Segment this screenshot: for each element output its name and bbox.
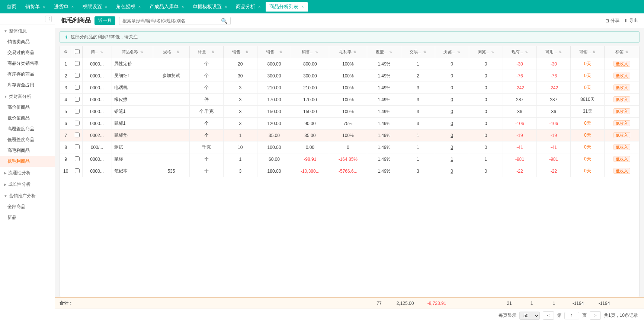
sidebar-group-growth[interactable]: ▶ 成长性分析: [0, 178, 55, 190]
sort-name-icon[interactable]: ⇅: [140, 50, 143, 54]
page-number-input[interactable]: [564, 312, 579, 319]
td-checkbox[interactable]: [72, 106, 82, 118]
row-checkbox[interactable]: [75, 121, 80, 125]
td-browse1[interactable]: 0: [435, 118, 469, 130]
share-btn[interactable]: ⊡ 分享: [605, 17, 619, 24]
sidebar-item-stock-products[interactable]: 有库存的商品: [0, 69, 55, 80]
sort-margin-icon[interactable]: ⇅: [353, 50, 356, 54]
td-name[interactable]: 鼠标1: [112, 118, 153, 130]
sidebar-item-high-margin[interactable]: 高毛利商品: [0, 145, 55, 156]
sidebar-item-sales-products[interactable]: 销售类商品: [0, 36, 55, 47]
nav-item-products[interactable]: 产成品入库单 ×: [146, 2, 188, 12]
td-browse1[interactable]: 0: [435, 70, 469, 82]
td-name[interactable]: 属性定价: [112, 58, 153, 70]
nav-item-analysis-list[interactable]: 商品分析列表 ×: [266, 2, 307, 12]
sort-available-icon[interactable]: ⇅: [559, 50, 562, 54]
sort-sales-profit-icon[interactable]: ⇅: [315, 50, 318, 54]
sidebar-item-traded-products[interactable]: 交易过的商品: [0, 47, 55, 58]
sort-current-stock-icon[interactable]: ⇅: [525, 50, 528, 54]
sidebar-item-low-margin[interactable]: 低毛利商品: [0, 156, 55, 167]
td-browse1[interactable]: 1: [435, 153, 469, 165]
sidebar-item-high-value[interactable]: 高价值商品: [0, 102, 55, 113]
td-checkbox[interactable]: [72, 165, 82, 177]
nav-item-sales[interactable]: 销货单 ×: [22, 2, 49, 12]
td-browse1[interactable]: 0: [435, 82, 469, 94]
sidebar-item-all-products[interactable]: 全部商品: [0, 201, 55, 212]
next-page-btn[interactable]: ＞: [590, 311, 601, 320]
close-templates-icon[interactable]: ×: [225, 4, 227, 9]
sort-sales-qty-icon[interactable]: ⇅: [246, 50, 249, 54]
td-checkbox[interactable]: [72, 153, 82, 165]
sort-tag-icon[interactable]: ⇅: [625, 50, 628, 54]
close-sales-icon[interactable]: ×: [43, 4, 45, 9]
page-size-select[interactable]: 50 100 200: [519, 312, 540, 320]
sort-saleable-icon[interactable]: ⇅: [593, 50, 596, 54]
td-browse1[interactable]: 0: [435, 58, 469, 70]
sidebar-item-low-coverage[interactable]: 低覆盖度商品: [0, 134, 55, 145]
sort-browse2-icon[interactable]: ⇅: [491, 50, 494, 54]
sort-sales-amt-icon[interactable]: ⇅: [279, 50, 282, 54]
td-browse1[interactable]: 0: [435, 141, 469, 153]
row-checkbox[interactable]: [75, 168, 80, 173]
date-filter-btn[interactable]: 近一月: [94, 16, 115, 25]
td-browse1[interactable]: 0: [435, 94, 469, 106]
td-browse1[interactable]: 0: [435, 165, 469, 177]
td-checkbox[interactable]: [72, 130, 82, 141]
td-name[interactable]: 鼠标垫: [112, 130, 153, 141]
row-checkbox[interactable]: [75, 144, 80, 149]
prev-page-btn[interactable]: ＜: [543, 311, 554, 320]
sidebar-item-stock-fund[interactable]: 库存资金占用: [0, 80, 55, 90]
sidebar-item-new-products[interactable]: 新品: [0, 212, 55, 223]
nav-item-home[interactable]: 首页: [3, 2, 20, 12]
td-checkbox[interactable]: [72, 141, 82, 153]
td-browse1[interactable]: 0: [435, 106, 469, 118]
select-all-checkbox[interactable]: [75, 49, 80, 54]
td-browse1[interactable]: 0: [435, 130, 469, 141]
sort-coverage-icon[interactable]: ⇅: [389, 50, 392, 54]
sort-spec-icon[interactable]: ⇅: [177, 50, 180, 54]
export-btn[interactable]: ⬆ 导出: [624, 17, 638, 24]
td-checkbox[interactable]: [72, 58, 82, 70]
sidebar-group-overall[interactable]: ▼ 整体信息: [0, 25, 55, 36]
row-checkbox[interactable]: [75, 156, 80, 161]
row-checkbox[interactable]: [75, 73, 80, 78]
row-checkbox[interactable]: [75, 61, 80, 66]
td-name[interactable]: 吴细细1: [112, 70, 153, 82]
close-roles-icon[interactable]: ×: [138, 4, 141, 9]
td-name[interactable]: 笔记本: [112, 165, 153, 177]
nav-item-permissions[interactable]: 权限设置 ×: [79, 2, 111, 12]
td-name[interactable]: 测试: [112, 141, 153, 153]
close-analysis-list-icon[interactable]: ×: [301, 4, 304, 9]
sidebar-item-category-sales-rate[interactable]: 商品分类销售率: [0, 58, 55, 69]
td-name[interactable]: 鼠标: [112, 153, 153, 165]
sidebar-collapse-btn[interactable]: 《: [45, 16, 52, 22]
sort-trade-icon[interactable]: ⇅: [423, 50, 426, 54]
sort-browse1-icon[interactable]: ⇅: [457, 50, 460, 54]
th-checkbox[interactable]: [72, 46, 82, 58]
close-permissions-icon[interactable]: ×: [105, 4, 107, 9]
close-analysis-icon[interactable]: ×: [258, 4, 260, 9]
td-name[interactable]: 铅笔1: [112, 106, 153, 118]
sort-unit-icon[interactable]: ⇅: [212, 50, 215, 54]
td-name[interactable]: 橡皮擦: [112, 94, 153, 106]
nav-item-roles[interactable]: 角色授权 ×: [112, 2, 144, 12]
sidebar-group-marketing[interactable]: ▼ 营销推广分析: [0, 190, 55, 201]
td-checkbox[interactable]: [72, 82, 82, 94]
nav-item-analysis[interactable]: 商品分析 ×: [232, 2, 264, 12]
row-checkbox[interactable]: [75, 97, 80, 102]
search-input[interactable]: [122, 18, 221, 23]
sidebar-group-circulation[interactable]: ▶ 流通性分析: [0, 167, 55, 178]
row-checkbox[interactable]: [75, 133, 80, 137]
close-products-icon[interactable]: ×: [182, 4, 184, 9]
sidebar-group-wealth[interactable]: ▼ 类财富分析: [0, 90, 55, 102]
sidebar-item-high-coverage[interactable]: 高覆盖度商品: [0, 124, 55, 134]
td-checkbox[interactable]: [72, 118, 82, 130]
sort-code-icon[interactable]: ⇅: [100, 50, 103, 54]
close-purchase-icon[interactable]: ×: [71, 4, 74, 9]
sidebar-item-low-value[interactable]: 低价值商品: [0, 113, 55, 124]
td-name[interactable]: 电话机: [112, 82, 153, 94]
td-checkbox[interactable]: [72, 70, 82, 82]
th-settings[interactable]: ⚙: [60, 46, 72, 58]
nav-item-purchase[interactable]: 进货单 ×: [50, 2, 77, 12]
row-checkbox[interactable]: [75, 85, 80, 90]
